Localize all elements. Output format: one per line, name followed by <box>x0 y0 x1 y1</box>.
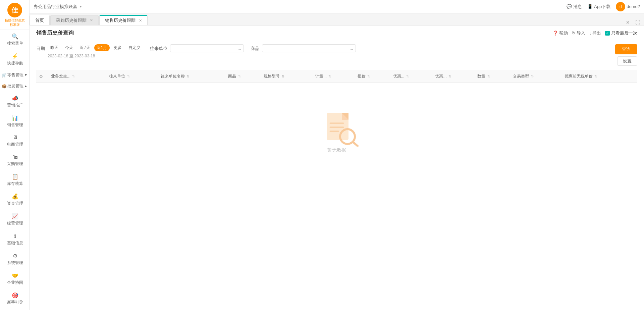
page-actions: ❓ 帮助 ↻ 导入 ↓ 导出 ✓ 只看最后一次 <box>553 30 638 36</box>
empty-illustration <box>320 110 354 143</box>
sidebar-item-apps[interactable]: 📱 应用中心 <box>0 309 29 310</box>
top-header: 办公用品行业模拟账套 ▾ 💬 消息 📱 App下载 d demo2 <box>30 0 644 13</box>
sidebar-item-label: 资金管理 <box>7 201 23 206</box>
ecommerce-icon: 🖥 <box>12 135 18 141</box>
purchase-tab-close[interactable]: ✕ <box>90 18 93 22</box>
table-col-date[interactable]: 业务发生... ⇅ <box>48 70 106 83</box>
date-btn-7days[interactable]: 近7天 <box>77 44 93 51</box>
export-button[interactable]: ↓ 导出 <box>589 30 601 36</box>
only-last-checkbox-label[interactable]: ✓ 只看最后一次 <box>605 30 637 36</box>
tab-bar: 首页 采购历史价跟踪 ✕ 销售历史价跟踪 ✕ ✕ ⛶ <box>30 13 644 25</box>
checkbox-checked-icon: ✓ <box>605 31 610 36</box>
query-button[interactable]: 查询 <box>615 44 637 54</box>
date-btn-more[interactable]: 更多 <box>111 44 124 51</box>
table-col-quote[interactable]: 报价 ⇅ <box>355 70 390 83</box>
col-discount2-label: 优惠... <box>435 74 446 79</box>
purchase-tab-label: 采购历史价跟踪 <box>56 17 87 23</box>
table-col-discount2[interactable]: 优惠... ⇅ <box>432 70 475 83</box>
sidebar-item-finance[interactable]: 💰 资金管理 <box>0 190 29 210</box>
app-download-button[interactable]: 📱 App下载 <box>587 4 610 10</box>
app-title: 办公用品行业模拟账套 <box>34 4 77 10</box>
only-last-label: 只看最后一次 <box>611 30 637 36</box>
table-header-row: ⚙ 业务发生... ⇅ 往来单位 ⇅ 往来单位名称 ⇅ <box>36 70 637 83</box>
tab-purchase[interactable]: 采购历史价跟踪 ✕ <box>50 15 99 25</box>
sidebar-item-sales-mgmt[interactable]: 📊 销售管理 <box>0 111 29 131</box>
marketing-icon: 📣 <box>12 95 18 101</box>
sidebar-item-label: 营销推广 <box>7 102 23 108</box>
table-col-quantity[interactable]: 数量 ⇅ <box>475 70 510 83</box>
export-label: 导出 <box>592 30 601 36</box>
sidebar-item-search[interactable]: 🔍 搜索菜单 <box>0 30 29 50</box>
sidebar-item-basic[interactable]: ℹ 基础信息 <box>0 229 29 249</box>
sidebar-item-label: 新手引导 <box>7 300 23 305</box>
col-discount1-label: 优惠... <box>393 74 405 79</box>
sidebar-item-enterprise[interactable]: 🤝 企业协同 <box>0 269 29 289</box>
table-col-partner-code[interactable]: 往来单位 ⇅ <box>106 70 158 83</box>
date-buttons-row: 昨天 今天 近7天 近1月 更多 自定义 <box>48 44 143 51</box>
maximize-button[interactable]: ⛶ <box>634 20 641 25</box>
table-col-pretax-price[interactable]: 优惠前无税单价 ⇅ <box>562 70 637 83</box>
sidebar-item-system[interactable]: ⚙ 系统管理 <box>0 249 29 269</box>
settings-button[interactable]: 设置 <box>617 56 637 66</box>
sidebar-item-label: 系统管理 <box>7 260 23 266</box>
message-button[interactable]: 💬 消息 <box>567 4 582 10</box>
table-col-trade-type[interactable]: 交易类型 ⇅ <box>510 70 562 83</box>
col-unit-label: 计量... <box>315 74 327 79</box>
sales-tab-close[interactable]: ✕ <box>139 18 142 23</box>
sidebar-item-marketing[interactable]: 📣 营销推广 <box>0 92 29 111</box>
logo-text: 畅捷信好生意标准版 <box>5 18 25 27</box>
date-filter-options: 昨天 今天 近7天 近1月 更多 自定义 2023-02-18 至 2023-0… <box>48 44 143 59</box>
tab-sales[interactable]: 销售历史价跟踪 ✕ <box>99 15 148 25</box>
date-btn-today[interactable]: 今天 <box>62 44 76 51</box>
product-filter-group: 商品 ... <box>251 44 356 52</box>
sort-icon: ⇅ <box>487 74 490 78</box>
table-col-product[interactable]: 商品 ⇅ <box>225 70 261 83</box>
sidebar-item-wholesale[interactable]: 📦 批发管理 ▲ <box>0 81 29 92</box>
sidebar-item-operations[interactable]: 📈 经营管理 <box>0 210 29 229</box>
operations-icon: 📈 <box>12 213 18 219</box>
table-header: ⚙ 业务发生... ⇅ 往来单位 ⇅ 往来单位名称 ⇅ <box>36 70 637 83</box>
date-btn-custom[interactable]: 自定义 <box>126 44 143 51</box>
table-settings-gear-icon[interactable]: ⚙ <box>39 74 43 79</box>
partner-filter-input[interactable]: ... <box>170 44 244 52</box>
app-dropdown-icon[interactable]: ▾ <box>80 4 82 9</box>
close-window-button[interactable]: ✕ <box>625 20 631 25</box>
help-button[interactable]: ❓ 帮助 <box>553 30 568 36</box>
tab-home[interactable]: 首页 <box>30 15 50 25</box>
system-icon: ⚙ <box>13 253 17 259</box>
sidebar-item-inventory[interactable]: 📋 库存核算 <box>0 170 29 190</box>
sidebar-item-guide[interactable]: 🎯 新手引导 <box>0 289 29 309</box>
date-btn-1month[interactable]: 近1月 <box>94 44 110 51</box>
empty-state: 暂无数据 <box>36 83 637 180</box>
sidebar-item-purchase-mgmt[interactable]: 🛍 采购管理 <box>0 151 29 170</box>
sidebar-item-label: 快捷导航 <box>7 60 23 66</box>
partner-input-dots: ... <box>237 46 241 51</box>
sidebar-item-label: 销售管理 <box>7 122 23 128</box>
table-col-spec[interactable]: 规格型号 ⇅ <box>261 70 313 83</box>
date-btn-yesterday[interactable]: 昨天 <box>48 44 61 51</box>
user-profile[interactable]: d demo2 <box>616 2 640 11</box>
sidebar-item-retail[interactable]: 🛒 零售管理 ▼ <box>0 69 29 81</box>
table-col-discount1[interactable]: 优惠... ⇅ <box>390 70 433 83</box>
sidebar-item-ecommerce[interactable]: 🖥 电商管理 <box>0 131 29 151</box>
sort-icon: ⇅ <box>186 74 189 78</box>
table-col-unit[interactable]: 计量... ⇅ <box>313 70 355 83</box>
inventory-icon: 📋 <box>12 173 18 180</box>
guide-icon: 🎯 <box>12 292 18 299</box>
sort-icon: ⇅ <box>72 74 75 78</box>
page-title: 销售历史价查询 <box>36 30 74 37</box>
date-filter-group: 日期 昨天 今天 近7天 近1月 更多 自定义 2023-02-18 至 202… <box>36 44 143 59</box>
chevron-down-icon: ▼ <box>24 73 28 77</box>
sidebar-item-quick[interactable]: ⚡ 快捷导航 <box>0 50 29 69</box>
date-filter-label: 日期 <box>36 44 45 52</box>
col-quantity-label: 数量 <box>477 74 485 79</box>
data-table: ⚙ 业务发生... ⇅ 往来单位 ⇅ 往来单位名称 ⇅ <box>36 70 637 83</box>
sort-icon: ⇅ <box>127 74 130 78</box>
sort-icon: ⇅ <box>367 74 370 78</box>
enterprise-icon: 🤝 <box>12 272 18 279</box>
table-col-partner-name[interactable]: 往来单位名称 ⇅ <box>158 70 225 83</box>
sort-icon: ⇅ <box>594 74 597 78</box>
finance-icon: 💰 <box>12 193 18 200</box>
product-filter-input[interactable]: ... <box>262 44 356 52</box>
import-button[interactable]: ↻ 导入 <box>572 30 585 36</box>
